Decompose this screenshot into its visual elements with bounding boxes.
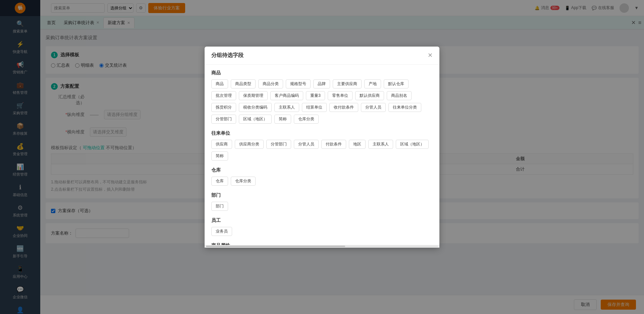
field-tag-partner-1[interactable]: 供应商分类 (235, 140, 264, 149)
field-tag-partner-2[interactable]: 分管部门 (266, 140, 291, 149)
field-tag-product-22[interactable]: 分管部门 (211, 115, 236, 124)
field-section-title-product: 商品 (211, 70, 433, 76)
field-tag-product-2[interactable]: 商品分类 (258, 79, 283, 88)
field-tag-partner-0[interactable]: 供应商 (211, 140, 232, 149)
field-tag-partner-3[interactable]: 分管人员 (294, 140, 319, 149)
field-section-partner: 往来单位供应商供应商分类分管部门分管人员付款条件地区主联系人区域（地区）简称 (211, 130, 433, 161)
field-tag-product-25[interactable]: 仓库分类 (294, 115, 319, 124)
field-tag-product-21[interactable]: 往来单位分类 (388, 103, 421, 112)
modal-horizontal-scrollbar[interactable] (205, 245, 439, 247)
field-grid-employee: 业务员 (211, 227, 433, 236)
field-tag-product-24[interactable]: 简称 (274, 115, 291, 124)
field-section-title-warehouse: 仓库 (211, 167, 433, 173)
field-selection-modal: 分组待选字段 ✕ 商品商品商品类型商品分类规格型号品牌主要供应商产地默认仓库批次… (205, 47, 439, 248)
field-tag-product-14[interactable]: 商品别名 (387, 91, 412, 100)
field-tag-product-23[interactable]: 区域（地区） (239, 115, 272, 124)
field-tag-product-13[interactable]: 默认供应商 (355, 91, 384, 100)
field-tag-product-17[interactable]: 主联系人 (274, 103, 299, 112)
field-tag-product-15[interactable]: 拣货积分 (211, 103, 236, 112)
field-section-warehouse: 仓库仓库仓库分类 (211, 167, 433, 186)
field-grid-product: 商品商品类型商品分类规格型号品牌主要供应商产地默认仓库批次管理保质期管理客户商品… (211, 79, 433, 124)
field-tag-product-9[interactable]: 保质期管理 (239, 91, 268, 100)
modal-close-button[interactable]: ✕ (428, 52, 433, 58)
field-tag-product-16[interactable]: 税收分类编码 (239, 103, 272, 112)
field-tag-product-4[interactable]: 品牌 (313, 79, 330, 88)
field-section-product_attr: 商品属性属性颜色多规格尺码鞋码1 (211, 243, 433, 245)
field-tag-product-7[interactable]: 默认仓库 (384, 79, 409, 88)
field-tag-product-5[interactable]: 主要供应商 (333, 79, 362, 88)
field-section-employee: 员工业务员 (211, 217, 433, 236)
field-tag-warehouse-1[interactable]: 仓库分类 (231, 177, 256, 186)
field-tag-product-19[interactable]: 收付款条件 (329, 103, 358, 112)
modal-body: 商品商品商品类型商品分类规格型号品牌主要供应商产地默认仓库批次管理保质期管理客户… (205, 65, 439, 245)
field-section-product: 商品商品商品类型商品分类规格型号品牌主要供应商产地默认仓库批次管理保质期管理客户… (211, 70, 433, 124)
field-tag-product-0[interactable]: 商品 (211, 79, 228, 88)
field-tag-product-6[interactable]: 产地 (364, 79, 381, 88)
field-tag-department-0[interactable]: 部门 (211, 202, 228, 211)
field-tag-product-11[interactable]: 重量3 (306, 91, 325, 100)
field-tag-product-20[interactable]: 分管人员 (361, 103, 386, 112)
field-section-title-product_attr: 商品属性 (211, 243, 433, 245)
field-tag-partner-6[interactable]: 主联系人 (368, 140, 393, 149)
modal-header: 分组待选字段 ✕ (205, 47, 439, 65)
scroll-track (206, 246, 438, 247)
field-section-title-employee: 员工 (211, 217, 433, 224)
field-tag-employee-0[interactable]: 业务员 (211, 227, 232, 236)
field-grid-department: 部门 (211, 202, 433, 211)
field-tag-product-1[interactable]: 商品类型 (231, 79, 256, 88)
field-section-title-department: 部门 (211, 192, 433, 198)
field-tag-product-8[interactable]: 批次管理 (211, 91, 236, 100)
field-section-department: 部门部门 (211, 192, 433, 211)
field-grid-partner: 供应商供应商分类分管部门分管人员付款条件地区主联系人区域（地区）简称 (211, 140, 433, 161)
field-tag-product-18[interactable]: 结算单位 (302, 103, 327, 112)
field-tag-product-10[interactable]: 客户商品编码 (270, 91, 303, 100)
field-tag-partner-8[interactable]: 简称 (211, 151, 228, 161)
field-tag-warehouse-0[interactable]: 仓库 (211, 177, 228, 186)
scroll-thumb (206, 246, 345, 247)
field-tag-product-12[interactable]: 零售单位 (328, 91, 353, 100)
field-tag-partner-4[interactable]: 付款条件 (321, 140, 346, 149)
field-tag-partner-5[interactable]: 地区 (349, 140, 366, 149)
field-grid-warehouse: 仓库仓库分类 (211, 177, 433, 186)
field-tag-partner-7[interactable]: 区域（地区） (396, 140, 429, 149)
modal-title: 分组待选字段 (211, 52, 244, 59)
field-tag-product-3[interactable]: 规格型号 (286, 79, 311, 88)
field-section-title-partner: 往来单位 (211, 130, 433, 136)
